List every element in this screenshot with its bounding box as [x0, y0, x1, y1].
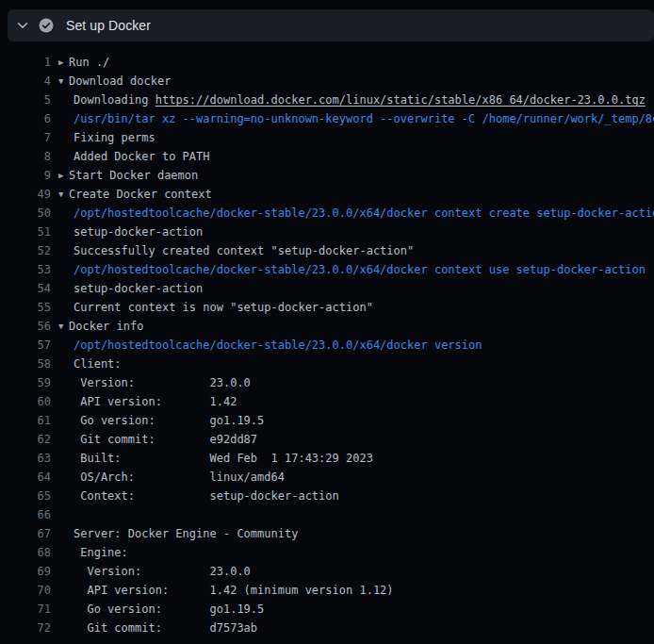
chevron-down-icon[interactable]: [16, 19, 29, 32]
line-number[interactable]: 9: [0, 166, 51, 185]
text-segment: Git commit: e92dd87: [74, 433, 257, 446]
log-text: Go version: go1.19.5: [74, 600, 264, 619]
log-line: 63 Built: Wed Feb 1 17:43:29 2023: [0, 449, 654, 468]
line-number[interactable]: 55: [0, 298, 51, 317]
text-segment: /opt/hostedtoolcache/docker-stable/23.0.…: [74, 263, 646, 276]
log-text: API version: 1.42: [74, 392, 237, 411]
log-line: 4▼Download docker: [0, 72, 654, 91]
log-line: 61 Go version: go1.19.5: [0, 411, 654, 430]
log-line: 55Current context is now "setup-docker-a…: [0, 298, 654, 317]
text-segment: Download docker: [69, 74, 171, 88]
text-segment: Added Docker to PATH: [74, 150, 210, 163]
log-line: 5Downloading https://download.docker.com…: [0, 91, 654, 109]
line-number[interactable]: 65: [0, 487, 51, 505]
expand-arrow-icon[interactable]: ▶: [58, 166, 69, 185]
step-header[interactable]: Set up Docker: [8, 9, 654, 41]
text-segment: Client:: [74, 357, 122, 371]
log-container: 1▶Run ./4▼Download docker5Downloading ht…: [0, 41, 654, 637]
line-number[interactable]: 68: [0, 543, 51, 562]
line-number[interactable]: 8: [0, 147, 51, 166]
text-segment: Server: Docker Engine - Community: [74, 527, 298, 540]
log-text: Client:: [74, 355, 122, 373]
text-segment: Engine:: [74, 546, 128, 559]
line-number[interactable]: 64: [0, 468, 51, 487]
text-segment: /opt/hostedtoolcache/docker-stable/23.0.…: [74, 206, 654, 220]
collapse-arrow-icon[interactable]: ▼: [58, 185, 69, 204]
group-title[interactable]: ▼Create Docker context: [58, 185, 212, 204]
line-number[interactable]: 67: [0, 524, 51, 543]
collapse-arrow-icon[interactable]: ▼: [58, 317, 69, 336]
log-text: Context: setup-docker-action: [74, 487, 339, 505]
log-line: 56▼Docker info: [0, 317, 654, 336]
log-line: 52Successfully created context "setup-do…: [0, 241, 654, 260]
log-line: 6/usr/bin/tar xz --warning=no-unknown-ke…: [0, 109, 654, 128]
log-text: Built: Wed Feb 1 17:43:29 2023: [74, 449, 373, 468]
line-number[interactable]: 52: [0, 241, 51, 260]
line-number[interactable]: 50: [0, 204, 51, 223]
line-number[interactable]: 5: [0, 91, 51, 109]
command-text: /usr/bin/tar xz --warning=no-unknown-key…: [74, 109, 654, 128]
line-number[interactable]: 4: [0, 72, 51, 91]
log-line: 53/opt/hostedtoolcache/docker-stable/23.…: [0, 260, 654, 279]
log-link[interactable]: https://download.docker.com/linux/static…: [155, 93, 646, 107]
text-segment: /usr/bin/tar xz --warning=no-unknown-key…: [74, 112, 654, 125]
text-segment: Git commit: d7573ab: [74, 621, 257, 635]
collapse-arrow-icon[interactable]: ▼: [58, 72, 69, 91]
text-segment: Go version: go1.19.5: [74, 414, 264, 427]
line-number[interactable]: 58: [0, 355, 51, 373]
line-number[interactable]: 6: [0, 109, 51, 128]
log-text: Fixing perms: [74, 128, 155, 147]
command-text: /opt/hostedtoolcache/docker-stable/23.0.…: [74, 204, 654, 223]
group-title[interactable]: ▼Download docker: [58, 72, 171, 91]
line-number[interactable]: 60: [0, 392, 51, 411]
text-segment: API version: 1.42: [74, 395, 237, 408]
log-line: 71 Go version: go1.19.5: [0, 600, 654, 619]
log-line: 66: [0, 505, 654, 524]
text-segment: API version: 1.42 (minimum version 1.12): [74, 584, 394, 597]
log-line: 70 API version: 1.42 (minimum version 1.…: [0, 581, 654, 600]
text-segment: Downloading: [74, 93, 155, 107]
line-number[interactable]: 49: [0, 185, 51, 204]
log-line: 62 Git commit: e92dd87: [0, 430, 654, 449]
line-number[interactable]: 72: [0, 619, 51, 637]
log-line: 65 Context: setup-docker-action: [0, 487, 654, 505]
log-text: OS/Arch: linux/amd64: [74, 468, 285, 487]
line-number[interactable]: 61: [0, 411, 51, 430]
log-text: setup-docker-action: [74, 279, 203, 298]
log-text: Engine:: [74, 543, 128, 562]
log-line: 58Client:: [0, 355, 654, 373]
group-title[interactable]: ▶Start Docker daemon: [58, 166, 198, 185]
group-title[interactable]: ▼Docker info: [58, 317, 143, 336]
log-line: 8Added Docker to PATH: [0, 147, 654, 166]
log-line: 1▶Run ./: [0, 53, 654, 72]
command-text: /opt/hostedtoolcache/docker-stable/23.0.…: [74, 336, 482, 355]
expand-arrow-icon[interactable]: ▶: [58, 53, 69, 72]
line-number[interactable]: 69: [0, 562, 51, 581]
group-title[interactable]: ▶Run ./: [58, 53, 109, 72]
command-text: /opt/hostedtoolcache/docker-stable/23.0.…: [74, 260, 646, 279]
line-number[interactable]: 7: [0, 128, 51, 147]
log-line: 72 Git commit: d7573ab: [0, 619, 654, 637]
workflow-log-page: Set up Docker 1▶Run ./4▼Download docker5…: [0, 9, 654, 637]
line-number[interactable]: 59: [0, 373, 51, 392]
log-text: Go version: go1.19.5: [74, 411, 264, 430]
line-number[interactable]: 57: [0, 336, 51, 355]
line-number[interactable]: 53: [0, 260, 51, 279]
log-text: setup-docker-action: [74, 223, 203, 241]
text-segment: Start Docker daemon: [69, 169, 198, 182]
line-number[interactable]: 71: [0, 600, 51, 619]
line-number[interactable]: 66: [0, 505, 51, 524]
text-segment: Version: 23.0.0: [74, 565, 251, 578]
line-number[interactable]: 51: [0, 223, 51, 241]
log-text: Added Docker to PATH: [74, 147, 210, 166]
line-number[interactable]: 54: [0, 279, 51, 298]
log-line: 60 API version: 1.42: [0, 392, 654, 411]
log-text: Version: 23.0.0: [74, 373, 251, 392]
line-number[interactable]: 70: [0, 581, 51, 600]
text-segment: Create Docker context: [69, 188, 212, 201]
line-number[interactable]: 1: [0, 53, 51, 72]
line-number[interactable]: 56: [0, 317, 51, 336]
log-text: Git commit: d7573ab: [74, 619, 257, 637]
line-number[interactable]: 63: [0, 449, 51, 468]
line-number[interactable]: 62: [0, 430, 51, 449]
